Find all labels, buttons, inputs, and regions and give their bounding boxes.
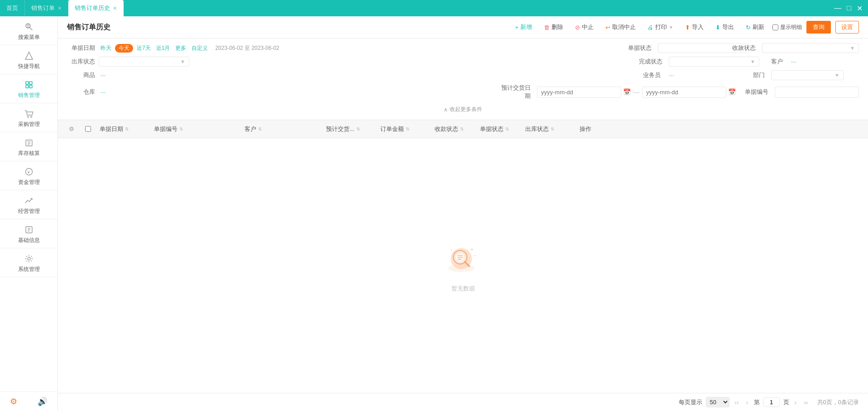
order-number-input[interactable]	[775, 87, 859, 98]
operation-mgmt-icon	[24, 196, 34, 206]
sidebar-item-finance-mgmt-label: 资金管理	[18, 179, 40, 186]
sidebar-item-search-menu-label: 搜索菜单	[18, 34, 40, 41]
sidebar-item-operation-mgmt[interactable]: 经营管理	[0, 190, 58, 219]
refresh-button[interactable]: ↻ 刷新	[742, 21, 768, 33]
th-order-status[interactable]: 单据状态 ⇅	[476, 125, 522, 133]
page-number-input[interactable]	[763, 397, 780, 407]
table-footer: 每页显示 20 50 100 ‹‹ ‹ 第 页 › ›› 共0页，0条记录	[58, 393, 868, 411]
delete-label: 删除	[551, 23, 563, 31]
sidebar-item-finance-mgmt[interactable]: ¥ 资金管理	[0, 161, 58, 190]
tab-home[interactable]: 首页	[0, 0, 25, 16]
print-button[interactable]: 🖨 打印 ▼	[644, 21, 677, 33]
sidebar-item-purchase-mgmt[interactable]: 采购管理	[0, 103, 58, 132]
collapse-button[interactable]: ∧ 收起更多条件	[67, 104, 859, 115]
delivery-date-end-cal-icon[interactable]: 📅	[728, 88, 736, 96]
th-date[interactable]: 单据日期 ⇅	[96, 125, 150, 133]
salesperson-select-btn[interactable]: ···	[667, 72, 676, 79]
product-select-btn[interactable]: ···	[99, 72, 108, 79]
new-icon: +	[515, 24, 519, 31]
close-sales-order-icon[interactable]: ✕	[58, 5, 62, 11]
customer-select-btn[interactable]: ···	[789, 58, 798, 65]
date-btn-7days[interactable]: 近7天	[135, 44, 153, 53]
volume-icon[interactable]: 🔊	[38, 396, 48, 406]
export-label: 导出	[722, 23, 734, 31]
minimize-icon[interactable]: —	[834, 4, 841, 12]
search-menu-icon	[24, 22, 34, 32]
delete-button[interactable]: 🗑 删除	[540, 21, 567, 33]
new-button[interactable]: + 新增	[512, 21, 536, 33]
th-pay-status[interactable]: 收款状态 ⇅	[431, 125, 476, 133]
date-btn-more[interactable]: 更多	[173, 44, 188, 53]
th-order-status-label: 单据状态	[480, 125, 504, 133]
sidebar-item-sales-mgmt[interactable]: 销售管理	[0, 74, 58, 103]
date-btn-custom[interactable]: 自定义	[190, 44, 210, 53]
sidebar-item-system-mgmt[interactable]: 系统管理	[0, 248, 58, 277]
svg-point-11	[30, 116, 32, 118]
payment-status-select[interactable]: ▼	[762, 43, 859, 53]
delivery-date-start-cal-icon[interactable]: 📅	[623, 88, 631, 96]
stop-button[interactable]: ⊘ 中止	[571, 21, 597, 33]
last-page-button[interactable]: ››	[802, 399, 810, 406]
show-details-checkbox-label[interactable]: 显示明细	[772, 24, 802, 31]
tab-sales-order[interactable]: 销售订单 ✕	[25, 0, 68, 16]
svg-line-1	[30, 28, 32, 30]
delivery-date-label: 预计交货日期	[498, 84, 534, 100]
payment-status-arrow-icon: ▼	[850, 45, 855, 51]
collapse-label: 收起更多条件	[450, 106, 482, 113]
svg-point-22	[28, 257, 30, 260]
maximize-icon[interactable]: □	[847, 4, 851, 12]
select-all-input[interactable]	[85, 126, 91, 132]
show-details-checkbox[interactable]	[772, 24, 778, 30]
th-amount[interactable]: 订单金额 ⇅	[377, 125, 431, 133]
delivery-date-end-input[interactable]	[642, 87, 726, 98]
sidebar-item-inventory-check[interactable]: 库存核算	[0, 132, 58, 161]
stock-out-select[interactable]: ▼	[99, 57, 189, 67]
query-button[interactable]: 查询	[806, 21, 831, 34]
svg-point-10	[27, 116, 29, 118]
tab-home-label: 首页	[6, 4, 18, 12]
next-page-button[interactable]: ›	[793, 399, 799, 406]
complete-status-select[interactable]: ▼	[669, 57, 759, 67]
th-customer-sort-icon: ⇅	[258, 126, 262, 131]
first-page-button[interactable]: ‹‹	[733, 399, 741, 406]
svg-marker-5	[25, 52, 33, 59]
page-size-select[interactable]: 20 50 100	[706, 397, 729, 407]
th-customer[interactable]: 客户 ⇅	[241, 125, 322, 133]
sales-mgmt-icon	[24, 80, 34, 90]
close-icon[interactable]: ✕	[857, 4, 863, 13]
import-button[interactable]: ⬆ 导入	[681, 21, 707, 33]
finance-mgmt-icon: ¥	[24, 167, 34, 177]
order-status-label: 单据状态	[623, 44, 655, 52]
delete-icon: 🗑	[544, 24, 550, 31]
date-btn-1month[interactable]: 近1月	[154, 44, 172, 53]
th-number[interactable]: 单据编号 ⇅	[150, 125, 241, 133]
warehouse-select-btn[interactable]: ···	[99, 88, 108, 96]
th-stock-status-sort-icon: ⇅	[551, 126, 554, 131]
svg-text:✦: ✦	[470, 247, 474, 252]
settings-bottom-icon[interactable]: ⚙	[10, 396, 17, 406]
th-delivery[interactable]: 预计交货... ⇅	[322, 125, 377, 133]
filter-row-2: 出库状态 ▼ 完成状态 ▼ 客户 ···	[67, 57, 859, 67]
date-btn-today[interactable]: 今天	[115, 44, 133, 53]
th-stock-status[interactable]: 出库状态 ⇅	[522, 125, 576, 133]
top-bar: 首页 销售订单 ✕ 销售订单历史 ✕ — □ ✕	[0, 0, 868, 16]
export-button[interactable]: ⬇ 导出	[712, 21, 738, 33]
tab-sales-order-history[interactable]: 销售订单历史 ✕	[68, 0, 124, 16]
close-sales-order-history-icon[interactable]: ✕	[113, 5, 117, 11]
svg-rect-7	[29, 82, 32, 84]
print-label: 打印	[655, 23, 667, 31]
page-header: 销售订单历史 + 新增 🗑 删除 ⊘ 中止 ↩ 取消中止	[58, 16, 868, 39]
department-select[interactable]: ▼	[771, 70, 844, 80]
sidebar-item-quick-nav[interactable]: 快捷导航	[0, 45, 58, 74]
date-btn-yesterday[interactable]: 昨天	[99, 44, 113, 53]
delivery-date-start-input[interactable]	[537, 87, 621, 98]
sidebar-item-search-menu[interactable]: 搜索菜单	[0, 16, 58, 45]
setting-button[interactable]: 设置	[835, 21, 859, 34]
cancel-stop-button[interactable]: ↩ 取消中止	[602, 21, 639, 33]
sidebar-item-basic-info[interactable]: 基础信息	[0, 219, 58, 248]
filter-row-4: 仓库 ··· 预计交货日期 📅 — 📅	[67, 84, 859, 100]
total-text: 共0页，0条记录	[817, 398, 859, 406]
table-settings-icon[interactable]: ⚙	[63, 126, 80, 132]
prev-page-button[interactable]: ‹	[744, 399, 750, 406]
table-select-all-checkbox[interactable]	[80, 126, 96, 132]
